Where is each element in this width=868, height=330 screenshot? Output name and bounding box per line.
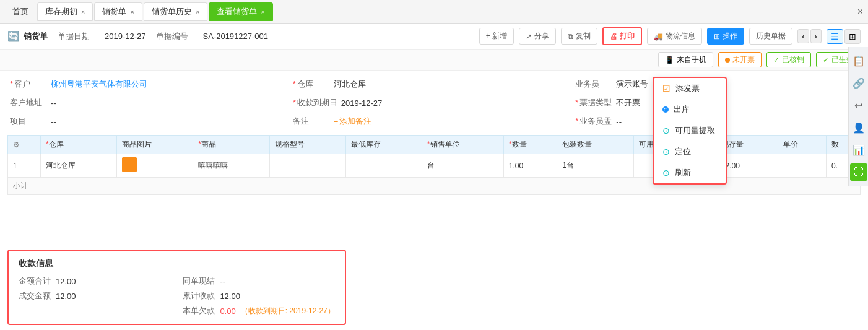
tab-inventory-label: 库存期初: [45, 6, 77, 17]
available-qty-item[interactable]: ⊙ 可用量提取: [654, 120, 726, 141]
tab-history-label: 销货单历史: [152, 6, 192, 17]
due-date-value: 2019-12-27: [341, 98, 383, 108]
circle-icon: ⊙: [662, 126, 670, 136]
nav-arrows: ‹ ›: [797, 29, 822, 43]
total-row: 金额合计 12.00: [19, 276, 170, 287]
tab-inventory-init[interactable]: 库存期初 ×: [37, 2, 93, 21]
transaction-value: 12.00: [56, 292, 76, 301]
payment-title: 收款信息: [19, 258, 335, 269]
due-note: （收款到期日: 2019-12-27）: [241, 306, 335, 316]
history-button[interactable]: 历史单据: [749, 28, 792, 45]
add-invoice-item[interactable]: ☑ 添发票: [654, 78, 726, 99]
outstanding-row: 本单欠款 0.00 （收款到期日: 2019-12-27）: [183, 305, 334, 316]
transaction-row: 成交金额 12.00: [19, 290, 170, 302]
tab-view-sales[interactable]: 查看销货单 ×: [209, 2, 272, 21]
sidebar-icon-4[interactable]: 👤: [850, 119, 867, 136]
tab-sales-label: 销货单: [102, 6, 126, 17]
date-value: 2019-12-27: [105, 32, 146, 41]
project-label: 项目: [10, 116, 47, 127]
not-open-dot: [725, 58, 730, 63]
row-min-stock: [345, 154, 422, 178]
sidebar-icon-3[interactable]: ↩: [850, 97, 867, 114]
plus-icon: +: [334, 117, 339, 126]
logistics-icon: 🚚: [654, 32, 663, 41]
operate-button[interactable]: ⊞ 操作: [707, 28, 744, 45]
due-date-row: 收款到期日 2019-12-27: [293, 95, 576, 110]
checked-button[interactable]: ✓ 已核销: [766, 52, 811, 67]
outstanding-value: 0.00: [220, 306, 235, 316]
tab-bar: 首页 库存期初 × 销货单 × 销货单历史 × 查看销货单 × ×: [0, 0, 868, 24]
from-phone-button[interactable]: 📱 来自手机: [658, 52, 713, 67]
logistics-label: 物流信息: [666, 31, 695, 41]
row-unit: 台: [422, 154, 503, 178]
locate-item[interactable]: ⊙ 定位: [654, 141, 726, 162]
close-view-tab[interactable]: ×: [261, 8, 264, 15]
checked-label: 已核销: [782, 54, 804, 65]
outstanding-label: 本单欠款: [183, 305, 215, 316]
history-label: 历史单据: [756, 31, 786, 41]
tab-sales-history[interactable]: 销货单历史 ×: [144, 2, 207, 21]
list-view-button[interactable]: ☰: [827, 29, 843, 44]
share-button[interactable]: ↗ 分享: [519, 28, 556, 45]
share-label: 分享: [534, 31, 549, 41]
transaction-label: 成交金额: [19, 290, 51, 302]
form-area: 客户 柳州粤港平安气体有限公司 仓库 河北仓库 业务员 演示账号 客户地址 --…: [0, 71, 868, 135]
new-button[interactable]: + 新增: [479, 28, 514, 45]
out-warehouse-item[interactable]: 出库: [654, 99, 726, 120]
project-value: --: [51, 117, 56, 126]
prev-button[interactable]: ‹: [797, 29, 809, 43]
close-sales-tab[interactable]: ×: [130, 8, 134, 15]
share-icon: ↗: [526, 32, 532, 41]
effect-icon: ✓: [823, 56, 829, 64]
right-sidebar: 📋 🔗 ↩ 👤 📊 ⛶: [848, 47, 868, 186]
print-button[interactable]: 🖨 打印: [602, 27, 642, 45]
add-note-button[interactable]: + 添加备注: [334, 116, 372, 127]
col-qty: 数量: [503, 136, 557, 154]
logistics-button[interactable]: 🚚 物流信息: [647, 28, 702, 45]
bottom-area: 收款信息 金额合计 12.00 同单现结 -- 成交金额 12.00: [0, 250, 868, 330]
total-value: 12.00: [56, 277, 76, 286]
next-button[interactable]: ›: [810, 29, 822, 43]
copy-label: 复制: [576, 31, 591, 41]
sidebar-icon-2[interactable]: 🔗: [850, 74, 867, 92]
header-actions: + 新增 ↗ 分享 ⧉ 复制 🖨 打印 🚚 物流信息: [479, 27, 861, 45]
settings-icon: ⚙: [13, 141, 20, 149]
cumulative-label: 累计收款: [183, 290, 215, 302]
settlement-value: --: [220, 277, 225, 286]
customer-value[interactable]: 柳州粤港平安气体有限公司: [51, 79, 147, 90]
subtotal-row: 小计: [8, 178, 861, 195]
address-label: 客户地址: [10, 97, 47, 108]
address-row: 客户地址 --: [10, 95, 293, 110]
sidebar-icon-1[interactable]: 📋: [850, 52, 867, 69]
col-unit: 销售单位: [422, 136, 503, 154]
col-settings[interactable]: ⚙: [8, 136, 41, 154]
total-label: 金额合计: [19, 276, 51, 287]
copy-button[interactable]: ⧉ 复制: [561, 28, 597, 45]
out-warehouse-label: 出库: [674, 104, 690, 115]
table-header-row: ⚙ 仓库 商品图片 商品 规格型号 最低库存 销售单位 数量 包装数量 可用量 …: [8, 136, 861, 154]
not-open-button[interactable]: 未开票: [718, 52, 762, 67]
number-value: SA-20191227-001: [203, 32, 269, 41]
warehouse-label: 仓库: [293, 79, 330, 90]
note-row: 备注 + 添加备注: [293, 114, 576, 129]
window-close-button[interactable]: ×: [857, 6, 863, 17]
view-toggle: ☰ ⊞: [827, 29, 861, 44]
col-min-stock: 最低库存: [345, 136, 422, 154]
tab-sales-order[interactable]: 销货单 ×: [94, 2, 142, 21]
sidebar-expand-icon[interactable]: ⛶: [850, 163, 867, 181]
grid-view-button[interactable]: ⊞: [844, 29, 861, 44]
new-label: + 新增: [486, 31, 507, 41]
status-bar: 📱 来自手机 未开票 ✓ 已核销 ✓ 已生效: [0, 50, 868, 71]
salesperson-label: 业务员盂: [575, 116, 612, 127]
col-spec: 规格型号: [269, 136, 345, 154]
close-history-tab[interactable]: ×: [196, 8, 199, 15]
refresh-label: 刷新: [675, 167, 691, 178]
document-title: 🔄 销货单: [7, 30, 48, 42]
invoice-value: 不开票: [616, 97, 640, 108]
tab-home[interactable]: 首页: [5, 2, 36, 21]
doc-icon: 🔄: [7, 30, 20, 42]
refresh-item[interactable]: ⊙ 刷新: [654, 162, 726, 183]
document-info: 单据日期 2019-12-27 单据编号 SA-20191227-001: [58, 31, 268, 42]
close-inventory-tab[interactable]: ×: [81, 8, 85, 15]
sidebar-icon-5[interactable]: 📊: [850, 141, 867, 158]
